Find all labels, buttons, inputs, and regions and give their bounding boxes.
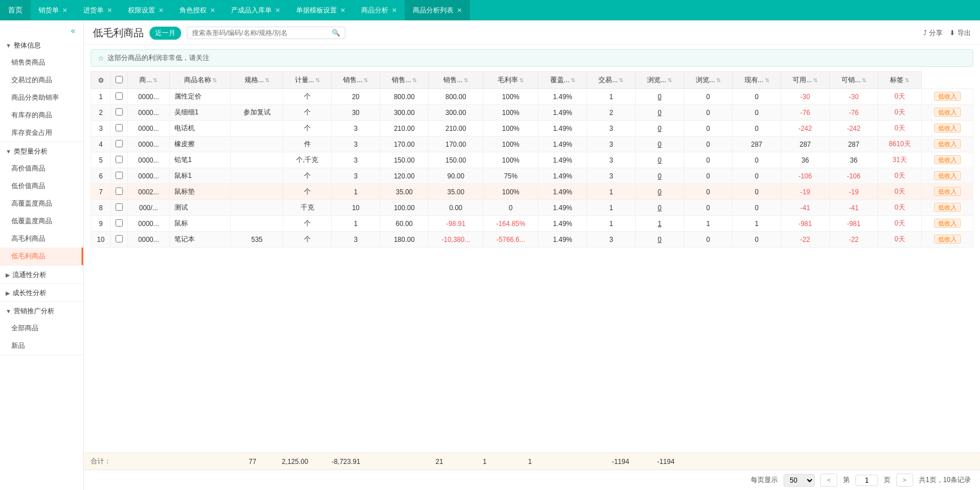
sidebar-item-low-value[interactable]: 低价值商品 bbox=[0, 177, 83, 195]
search-input[interactable] bbox=[192, 29, 332, 37]
share-btn[interactable]: ⤴ 分享 bbox=[923, 28, 943, 38]
td-trade[interactable]: 0 bbox=[635, 200, 684, 216]
next-page-btn[interactable]: ＞ bbox=[896, 474, 913, 487]
sidebar-item-traded-goods[interactable]: 交易过的商品 bbox=[0, 71, 83, 89]
nav-purchase[interactable]: 进货单✕ bbox=[75, 0, 120, 20]
row-checkbox[interactable] bbox=[115, 108, 123, 116]
nav-role[interactable]: 角色授权✕ bbox=[172, 0, 223, 20]
td-trade[interactable]: 0 bbox=[635, 152, 684, 168]
th-trade[interactable]: 交易...⇅ bbox=[587, 72, 636, 89]
td-name[interactable]: 铅笔1 bbox=[169, 152, 230, 168]
search-icon[interactable]: 🔍 bbox=[332, 29, 340, 37]
th-spec[interactable]: 规格...⇅ bbox=[231, 72, 283, 89]
select-all-checkbox[interactable] bbox=[115, 76, 123, 83]
nav-permission[interactable]: 权限设置✕ bbox=[120, 0, 172, 20]
th-tag[interactable]: 标签⇅ bbox=[878, 72, 922, 89]
sidebar-item-high-margin[interactable]: 高毛利商品 bbox=[0, 230, 83, 248]
th-available[interactable]: 可用...⇅ bbox=[781, 72, 829, 89]
nav-product-in[interactable]: 产成品入库单✕ bbox=[223, 0, 288, 20]
row-checkbox[interactable] bbox=[115, 235, 123, 242]
sidebar-item-high-value[interactable]: 高价值商品 bbox=[0, 160, 83, 177]
th-checkbox[interactable] bbox=[111, 72, 128, 89]
th-sales-qty[interactable]: 销售...⇅ bbox=[331, 72, 380, 89]
th-margin[interactable]: 毛利率⇅ bbox=[483, 72, 538, 89]
nav-goods-list[interactable]: 商品分析列表✕ bbox=[405, 0, 470, 20]
th-settings[interactable]: ⚙ bbox=[91, 72, 111, 89]
sidebar-item-all-goods[interactable]: 全部商品 bbox=[0, 319, 83, 337]
sidebar-item-low-margin[interactable]: 低毛利商品 bbox=[0, 248, 83, 265]
row-checkbox[interactable] bbox=[115, 124, 123, 131]
sidebar-item-new-goods[interactable]: 新品 bbox=[0, 337, 83, 355]
td-check[interactable] bbox=[111, 184, 128, 200]
nav-home[interactable]: 首页 bbox=[0, 0, 31, 20]
th-stock[interactable]: 现有...⇅ bbox=[733, 72, 781, 89]
sidebar-collapse-btn[interactable]: « bbox=[67, 26, 79, 35]
sidebar-item-category-rate[interactable]: 商品分类助销率 bbox=[0, 89, 83, 106]
th-name[interactable]: 商品名称⇅ bbox=[169, 72, 230, 89]
nav-template-close[interactable]: ✕ bbox=[340, 7, 345, 14]
row-checkbox[interactable] bbox=[115, 92, 123, 100]
td-trade[interactable]: 0 bbox=[635, 137, 684, 152]
row-checkbox[interactable] bbox=[115, 188, 123, 195]
nav-sales[interactable]: 销货单✕ bbox=[31, 0, 75, 20]
td-name[interactable]: 笔记本 bbox=[169, 232, 230, 248]
td-name[interactable]: 鼠标 bbox=[169, 216, 230, 232]
td-trade[interactable]: 0 bbox=[635, 184, 684, 200]
td-check[interactable] bbox=[111, 121, 128, 137]
td-trade[interactable]: 0 bbox=[635, 105, 684, 121]
td-check[interactable] bbox=[111, 152, 128, 168]
td-check[interactable] bbox=[111, 168, 128, 184]
td-name[interactable]: 鼠标1 bbox=[169, 168, 230, 184]
th-unit[interactable]: 计量...⇅ bbox=[283, 72, 332, 89]
row-checkbox[interactable] bbox=[115, 219, 123, 227]
row-checkbox[interactable] bbox=[115, 172, 123, 179]
th-browse2[interactable]: 浏览...⇅ bbox=[684, 72, 733, 89]
td-name[interactable]: 橡皮擦 bbox=[169, 137, 230, 152]
nav-purchase-close[interactable]: ✕ bbox=[107, 7, 112, 14]
nav-template[interactable]: 单据模板设置✕ bbox=[288, 0, 353, 20]
nav-permission-close[interactable]: ✕ bbox=[159, 7, 164, 14]
sidebar-group-flow-header[interactable]: ▶ 流通性分析 bbox=[0, 267, 83, 283]
th-saleable[interactable]: 可销...⇅ bbox=[829, 72, 878, 89]
td-name[interactable]: 电话机 bbox=[169, 121, 230, 137]
td-name[interactable]: 测试 bbox=[169, 200, 230, 216]
nav-goods-close[interactable]: ✕ bbox=[392, 7, 397, 14]
nav-product-in-close[interactable]: ✕ bbox=[275, 7, 280, 14]
td-check[interactable] bbox=[111, 137, 128, 152]
nav-role-close[interactable]: ✕ bbox=[210, 7, 215, 14]
sidebar-item-in-stock[interactable]: 有库存的商品 bbox=[0, 106, 83, 124]
th-browse1[interactable]: 浏览...⇅ bbox=[635, 72, 684, 89]
sidebar-item-sales-goods[interactable]: 销售类商品 bbox=[0, 54, 83, 71]
td-name[interactable]: 吴细细1 bbox=[169, 105, 230, 121]
td-check[interactable] bbox=[111, 216, 128, 232]
sidebar-item-capital[interactable]: 库存资金占用 bbox=[0, 124, 83, 142]
search-box[interactable]: 🔍 bbox=[187, 27, 345, 39]
row-checkbox[interactable] bbox=[115, 140, 123, 147]
td-name[interactable]: 属性定价 bbox=[169, 89, 230, 105]
sidebar-item-low-coverage[interactable]: 低覆盖度商品 bbox=[0, 212, 83, 230]
sidebar-group-overall-header[interactable]: ▼ 整体信息 bbox=[0, 37, 83, 54]
td-check[interactable] bbox=[111, 232, 128, 248]
sidebar-group-growth-header[interactable]: ▶ 成长性分析 bbox=[0, 285, 83, 301]
td-trade[interactable]: 0 bbox=[635, 89, 684, 105]
page-size-select[interactable]: 50 100 200 bbox=[784, 474, 815, 487]
td-check[interactable] bbox=[111, 200, 128, 216]
td-trade[interactable]: 1 bbox=[635, 216, 684, 232]
table-container[interactable]: ⚙ 商...⇅ 商品名称⇅ 规格...⇅ 计量...⇅ 销售...⇅ 销售...… bbox=[84, 71, 980, 453]
th-sales-amount[interactable]: 销售...⇅ bbox=[380, 72, 429, 89]
td-check[interactable] bbox=[111, 89, 128, 105]
th-coverage[interactable]: 覆盖...⇅ bbox=[538, 72, 587, 89]
td-name[interactable]: 鼠标垫 bbox=[169, 184, 230, 200]
th-code[interactable]: 商...⇅ bbox=[128, 72, 170, 89]
filter-period-btn[interactable]: 近一月 bbox=[149, 27, 181, 40]
sidebar-group-marketing-header[interactable]: ▼ 营销推广分析 bbox=[0, 303, 83, 319]
td-check[interactable] bbox=[111, 105, 128, 121]
nav-goods-analysis[interactable]: 商品分析✕ bbox=[353, 0, 405, 20]
td-trade[interactable]: 0 bbox=[635, 168, 684, 184]
row-checkbox[interactable] bbox=[115, 203, 123, 211]
td-trade[interactable]: 0 bbox=[635, 232, 684, 248]
page-input[interactable] bbox=[855, 475, 878, 486]
td-trade[interactable]: 0 bbox=[635, 121, 684, 137]
th-sales-profit[interactable]: 销售...⇅ bbox=[429, 72, 483, 89]
export-btn[interactable]: ⬇ 导出 bbox=[949, 28, 971, 38]
